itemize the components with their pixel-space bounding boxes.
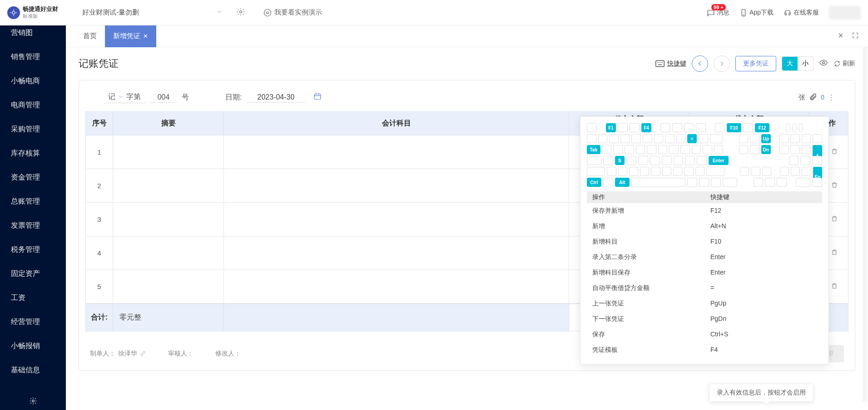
auditor-label: 审核人： — [168, 350, 193, 358]
sidebar-item[interactable]: 固定资产 — [0, 262, 66, 286]
refresh-button[interactable]: 刷新 — [833, 60, 855, 68]
page-title: 记账凭证 — [79, 57, 119, 70]
sidebar-settings-icon[interactable] — [0, 392, 66, 410]
tabs-bar: 首页 新增凭证 ✕ — [66, 25, 868, 47]
app-download-button[interactable]: App下载 — [739, 9, 774, 17]
sidebar-item[interactable]: 采购管理 — [0, 117, 66, 141]
shortcut-table: 操作 快捷键 保存并新增F12新增Alt+N新增科目F10录入第二条分录Ente… — [587, 191, 822, 358]
sidebar-item[interactable]: 库存核算 — [0, 141, 66, 165]
brand-name: 畅捷通好业财 — [23, 5, 58, 13]
sidebar-item[interactable]: 基础信息 — [0, 358, 66, 382]
sum-label: 合计: — [86, 304, 113, 331]
svg-rect-7 — [656, 60, 664, 66]
settings-icon[interactable] — [236, 7, 245, 18]
shortcut-row: 凭证模板F4 — [587, 342, 822, 358]
tab-new-voucher[interactable]: 新增凭证 ✕ — [105, 25, 156, 47]
shortcut-row: 自动平衡借贷方金额= — [587, 280, 822, 296]
size-toggle: 大 小 — [782, 56, 813, 71]
th-index: 序号 — [86, 112, 113, 135]
svg-rect-14 — [315, 94, 321, 100]
shortcut-row: 新增科目保存Enter — [587, 265, 822, 280]
prev-voucher-button[interactable] — [692, 55, 708, 72]
header-actions: 99 + 消息 App下载 在线客服 — [707, 6, 861, 20]
size-small-button[interactable]: 小 — [798, 57, 813, 70]
demo-link[interactable]: 我要看实例演示 — [263, 8, 322, 17]
sidebar-item[interactable]: 小畅电商 — [0, 69, 66, 93]
sidebar-item[interactable]: 税务管理 — [0, 238, 66, 262]
more-icon[interactable]: ⋮ — [828, 93, 835, 101]
sidebar-item[interactable]: 营销图 — [0, 25, 66, 45]
sidebar: 营销图销售管理小畅电商电商管理采购管理库存核算资金管理总账管理发票管理税务管理固… — [0, 25, 66, 410]
svg-point-13 — [823, 62, 825, 64]
more-voucher-button[interactable]: 更多凭证 — [735, 56, 776, 71]
fullscreen-icon[interactable] — [852, 32, 859, 41]
sidebar-item[interactable]: 小畅报销 — [0, 334, 66, 358]
th-subject: 会计科目 — [224, 112, 569, 135]
logo: 畅捷通好业财 标准版 — [7, 5, 73, 20]
next-voucher-button[interactable] — [714, 55, 730, 72]
shortcut-row: 录入第二条分录Enter — [587, 250, 822, 265]
sidebar-item[interactable]: 发票管理 — [0, 214, 66, 238]
date-input[interactable]: 2023-04-30 — [246, 92, 305, 103]
tab-close-all-icon[interactable] — [837, 32, 844, 41]
svg-point-3 — [267, 11, 269, 14]
shortcut-row: 新增科目F10 — [587, 234, 822, 250]
voucher-number-input[interactable]: 004 — [150, 92, 177, 103]
sidebar-item[interactable]: 资金管理 — [0, 165, 66, 190]
svg-point-2 — [264, 9, 271, 16]
voucher-type-select[interactable]: 记 字第 — [104, 91, 145, 103]
online-service-button[interactable]: 在线客服 — [784, 9, 819, 17]
th-summary: 摘要 — [113, 112, 224, 135]
shortcut-row: 保存Ctrl+S — [587, 327, 822, 342]
sum-text: 零元整 — [113, 304, 224, 331]
delete-row-icon[interactable] — [831, 215, 838, 224]
preview-icon[interactable] — [819, 58, 828, 69]
sidebar-item[interactable]: 电商管理 — [0, 93, 66, 117]
svg-point-0 — [12, 11, 15, 14]
shortcut-row: 上一张凭证PgUp — [587, 296, 822, 311]
sidebar-item[interactable]: 总账管理 — [0, 190, 66, 214]
delete-row-icon[interactable] — [831, 249, 838, 257]
top-header: 畅捷通好业财 标准版 好业财测试-量勿删 我要看实例演示 99 + 消息 App… — [0, 0, 868, 25]
svg-point-6 — [32, 400, 34, 402]
org-selector[interactable]: 好业财测试-量勿删 — [82, 8, 223, 17]
calendar-icon[interactable] — [313, 92, 322, 102]
svg-point-1 — [240, 10, 242, 13]
sidebar-item[interactable]: 工资 — [0, 286, 66, 310]
messages-button[interactable]: 99 + 消息 — [707, 9, 729, 17]
user-avatar[interactable] — [829, 6, 861, 20]
shortcut-row: 保存并新增F12 — [587, 203, 822, 219]
attachment-icon[interactable] — [809, 93, 817, 102]
delete-row-icon[interactable] — [831, 282, 838, 291]
creator-label: 制单人： — [90, 350, 115, 358]
keyboard-visual: F1 F4 F10 F12 = Up — [587, 123, 822, 187]
brand-edition: 标准版 — [23, 13, 58, 20]
brand-icon — [7, 6, 20, 19]
scrollbar[interactable] — [863, 47, 867, 402]
attach-count: 0 — [821, 94, 824, 101]
attach-unit: 张 — [799, 93, 805, 102]
size-large-button[interactable]: 大 — [782, 57, 798, 70]
message-badge: 99 + — [711, 4, 726, 10]
content-area: 首页 新增凭证 ✕ 记账凭证 — [66, 25, 868, 410]
st-head-key: 快捷键 — [705, 191, 822, 203]
chevron-down-icon — [118, 93, 124, 101]
date-label: 日期: — [225, 93, 242, 102]
shortcut-row: 新增Alt+N — [587, 219, 822, 234]
org-name: 好业财测试-量勿删 — [82, 8, 139, 17]
shortcut-popup: F1 F4 F10 F12 = Up — [580, 116, 829, 365]
shortcut-row: 下一张凭证PgDn — [587, 311, 822, 327]
delete-row-icon[interactable] — [831, 148, 838, 156]
hao-label: 号 — [182, 93, 189, 102]
disabled-tooltip: 录入有效信息后，按钮才会启用 — [709, 384, 813, 402]
tab-home[interactable]: 首页 — [75, 25, 105, 47]
sidebar-item[interactable]: 经营管理 — [0, 310, 66, 334]
close-icon[interactable]: ✕ — [143, 33, 148, 40]
chevron-down-icon — [216, 9, 223, 16]
delete-row-icon[interactable] — [831, 181, 838, 190]
st-head-op: 操作 — [587, 191, 705, 203]
modifier-label: 修改人： — [215, 350, 241, 358]
edit-icon[interactable] — [140, 350, 146, 358]
shortcut-keys-button[interactable]: 快捷键 — [655, 60, 686, 68]
sidebar-item[interactable]: 销售管理 — [0, 45, 66, 69]
